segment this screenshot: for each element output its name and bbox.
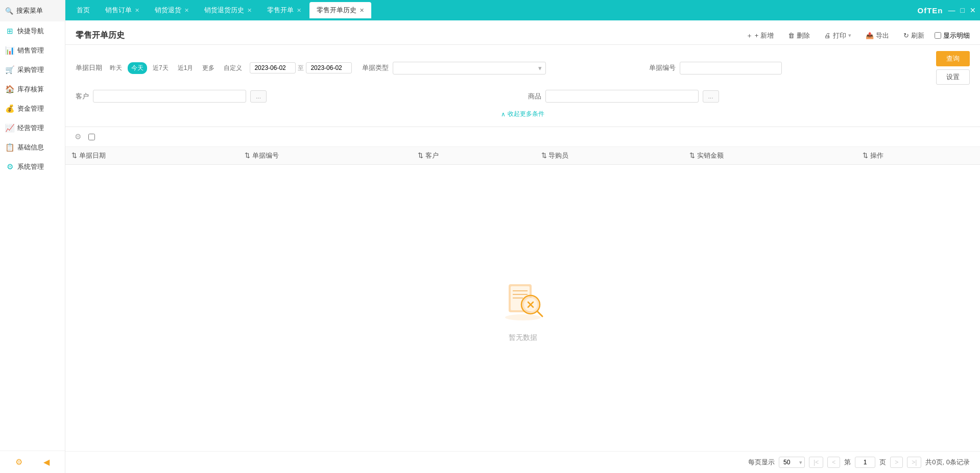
col-header-date[interactable]: ⇅ 单据日期 [65, 147, 238, 165]
sidebar-item-inventory[interactable]: 🏠库存核算 [0, 80, 65, 99]
goods-ellipsis-btn[interactable]: ... [703, 90, 719, 103]
sidebar: 🔍 搜索菜单 ⊞快捷导航📊销售管理🛒采购管理🏠库存核算💰资金管理📈经营管理📋基础… [0, 0, 65, 473]
number-search-field: 单据编号 [649, 62, 926, 74]
purchase-mgmt-label: 采购管理 [17, 65, 44, 74]
maximize-btn[interactable]: □ [961, 6, 965, 14]
tab-retail-open-history-close[interactable]: ✕ [360, 7, 364, 14]
col-header-action[interactable]: ⇅ 操作 [856, 147, 980, 165]
prev-page-btn[interactable]: < [827, 457, 840, 468]
col-header-customer[interactable]: ⇅ 客户 [412, 147, 535, 165]
tab-retail-open-history[interactable]: 零售开单历史✕ [309, 2, 371, 18]
delete-icon: 🗑 [788, 32, 795, 39]
empty-illustration [497, 274, 548, 325]
export-button[interactable]: 📤 导出 [862, 29, 893, 42]
date-quick-btn-更多[interactable]: 更多 [199, 62, 218, 74]
first-page-btn[interactable]: |< [809, 457, 823, 468]
tab-sales-return-history-close[interactable]: ✕ [247, 7, 252, 14]
col-header-amount[interactable]: ⇅ 实销金额 [683, 147, 856, 165]
tab-retail-open-close[interactable]: ✕ [297, 7, 301, 14]
sidebar-search-btn[interactable]: 🔍 搜索菜单 [0, 0, 65, 21]
page-size-select[interactable]: 102050100 [779, 457, 805, 468]
inventory-label: 库存核算 [17, 85, 44, 94]
minimize-btn[interactable]: — [948, 6, 955, 14]
table-settings-icon[interactable]: ⚙ [74, 131, 82, 142]
next-page-btn[interactable]: > [890, 457, 903, 468]
operations-icon: 📈 [5, 123, 14, 133]
print-button[interactable]: 🖨 打印 ▾ [820, 29, 855, 42]
sidebar-item-sales-mgmt[interactable]: 📊销售管理 [0, 41, 65, 60]
date-input-group: 至 [250, 62, 352, 73]
sidebar-item-purchase-mgmt[interactable]: 🛒采购管理 [0, 60, 65, 80]
date-quick-btn-今天[interactable]: 今天 [128, 62, 147, 74]
customer-search-field: 客户 ... [76, 90, 518, 103]
tab-home[interactable]: 首页 [69, 2, 97, 18]
type-select[interactable] [393, 62, 546, 74]
date-quick-btn-近7天[interactable]: 近7天 [149, 62, 172, 74]
last-page-btn[interactable]: >| [907, 457, 921, 468]
pagination-summary: 共0页, 0条记录 [925, 458, 970, 467]
goods-input[interactable] [545, 90, 699, 103]
empty-state: 暂无数据 [65, 165, 980, 451]
date-quick-btn-近1月[interactable]: 近1月 [174, 62, 197, 74]
tab-bar: 首页销售订单✕销货退货✕销货退货历史✕零售开单✕零售开单历史✕ OfTEn — … [65, 0, 980, 20]
sidebar-item-quick-nav[interactable]: ⊞快捷导航 [0, 21, 65, 41]
page-header: 零售开单历史 ＋ + 新增 🗑 删除 🖨 打印 ▾ 📤 导出 ↻ 刷新 [65, 20, 980, 45]
purchase-mgmt-icon: 🛒 [5, 65, 14, 74]
header-actions: ＋ + 新增 🗑 删除 🖨 打印 ▾ 📤 导出 ↻ 刷新 显 [742, 29, 970, 42]
page-number-input[interactable] [855, 457, 875, 468]
search-area: 单据日期 昨天今天近7天近1月更多自定义 至 单据类型 单据编 [65, 45, 980, 127]
display-detail-checkbox-group[interactable]: 显示明细 [935, 31, 970, 40]
query-button[interactable]: 查询 [936, 51, 970, 66]
tabs-container: 首页销售订单✕销货退货✕销货退货历史✕零售开单✕零售开单历史✕ [69, 2, 371, 18]
date-quick-btn-昨天[interactable]: 昨天 [106, 62, 126, 74]
tab-bar-right: OfTEn — □ ✕ [918, 6, 976, 15]
tab-sales-order-close[interactable]: ✕ [135, 7, 139, 14]
settings-icon[interactable]: ⚙ [15, 457, 22, 467]
pagination: 每页显示 102050100 |< < 第 页 > >| 共0页, 0条记录 [65, 451, 980, 473]
page-label: 第 [844, 458, 851, 467]
date-start-input[interactable] [250, 62, 296, 73]
date-search-field: 单据日期 昨天今天近7天近1月更多自定义 至 [76, 62, 352, 74]
tab-sales-return-history[interactable]: 销货退货历史✕ [197, 2, 259, 18]
operations-label: 经营管理 [17, 123, 44, 133]
sidebar-item-system-mgmt[interactable]: ⚙系统管理 [0, 157, 65, 177]
col-header-number[interactable]: ⇅ 单据编号 [238, 147, 412, 165]
close-btn[interactable]: ✕ [970, 6, 976, 14]
refresh-button[interactable]: ↻ 刷新 [899, 29, 928, 42]
number-input[interactable] [680, 62, 782, 74]
export-icon: 📤 [866, 32, 874, 39]
date-end-input[interactable] [306, 62, 352, 73]
display-detail-checkbox[interactable] [935, 32, 941, 39]
sidebar-search-label: 搜索菜单 [16, 6, 43, 15]
collapse-sidebar-icon[interactable]: ◀ [43, 457, 50, 467]
search-icon: 🔍 [5, 7, 13, 15]
quick-nav-label: 快捷导航 [17, 27, 44, 36]
quick-nav-icon: ⊞ [5, 27, 14, 36]
customer-input[interactable] [93, 90, 246, 103]
table-area: ⚙ ⇅ 单据日期⇅ 单据编号⇅ 客户⇅ 导购员⇅ 实销金额⇅ 操作 [65, 127, 980, 451]
customer-ellipsis-btn[interactable]: ... [250, 90, 267, 103]
page-title: 零售开单历史 [76, 30, 125, 41]
date-quick-btn-自定义[interactable]: 自定义 [220, 62, 246, 74]
sidebar-item-basic-info[interactable]: 📋基础信息 [0, 138, 65, 157]
display-detail-label: 显示明细 [943, 31, 970, 40]
tab-sales-return[interactable]: 销货退货✕ [148, 2, 196, 18]
tab-sales-return-close[interactable]: ✕ [184, 7, 189, 14]
col-header-guide[interactable]: ⇅ 导购员 [535, 147, 683, 165]
set-button[interactable]: 设置 [936, 69, 970, 85]
page-suffix: 页 [879, 458, 886, 467]
sidebar-item-operations[interactable]: 📈经营管理 [0, 118, 65, 138]
date-quick-buttons: 昨天今天近7天近1月更多自定义 [106, 62, 246, 74]
add-button[interactable]: ＋ + 新增 [742, 29, 778, 42]
tab-sales-order[interactable]: 销售订单✕ [98, 2, 147, 18]
print-dropdown-icon: ▾ [848, 32, 851, 39]
date-label: 单据日期 [76, 63, 102, 72]
collapse-bar[interactable]: ∧ 收起更多条件 [76, 108, 970, 120]
delete-button[interactable]: 🗑 删除 [784, 29, 814, 42]
select-all-checkbox[interactable] [88, 134, 95, 140]
sidebar-item-finance[interactable]: 💰资金管理 [0, 99, 65, 118]
finance-label: 资金管理 [17, 104, 44, 113]
tab-retail-open[interactable]: 零售开单✕ [260, 2, 308, 18]
collapse-label: 收起更多条件 [508, 110, 544, 118]
type-select-wrapper [393, 62, 546, 74]
